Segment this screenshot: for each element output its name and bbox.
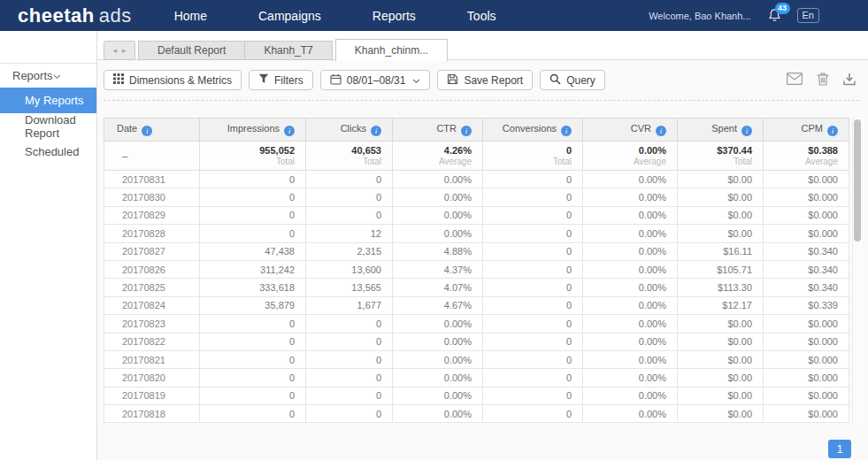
table-cell: 0.00% <box>583 225 678 242</box>
table-cell: 0.00% <box>393 225 483 242</box>
info-icon[interactable]: i <box>371 126 381 136</box>
table-cell: 0.00% <box>583 242 678 260</box>
brand-logo[interactable]: cheetahads <box>18 4 132 27</box>
table-cell: $0.00 <box>678 405 764 423</box>
column-header-cpm[interactable]: CPMi <box>764 119 849 142</box>
menu-item-reports[interactable]: Reports <box>373 9 416 23</box>
table-cell: 0 <box>483 225 583 242</box>
date-cell: 20170824 <box>104 296 200 314</box>
brand-light: ads <box>99 4 132 27</box>
table-cell: 0 <box>306 315 393 333</box>
info-icon[interactable]: i <box>741 126 752 136</box>
query-button[interactable]: Query <box>540 70 605 90</box>
table-totals-row: –955,052Total40,653Total4.26%Average0Tot… <box>104 142 849 171</box>
column-label: Impressions <box>227 123 280 134</box>
notifications-bell[interactable]: 43 <box>767 8 783 24</box>
date-cell: 20170823 <box>104 315 200 333</box>
column-label: Spent <box>711 123 737 134</box>
menu-item-campaigns[interactable]: Campaigns <box>258 9 321 23</box>
save-report-button[interactable]: Save Report <box>437 70 533 90</box>
column-header-ctr[interactable]: CTRi <box>393 119 483 142</box>
table-cell: 0 <box>200 387 306 404</box>
info-icon[interactable]: i <box>461 126 472 136</box>
table-cell: 12 <box>306 225 393 242</box>
download-icon[interactable] <box>843 73 856 86</box>
table-cell: 0 <box>483 188 583 206</box>
table-cell: $0.00 <box>678 188 764 206</box>
info-icon[interactable]: i <box>561 126 572 136</box>
table-cell: $0.00 <box>678 171 764 188</box>
table-cell: 0.00% <box>583 405 678 423</box>
table-cell: 0 <box>200 206 306 224</box>
table-cell: $12.17 <box>678 296 764 314</box>
tab-scroll-arrows[interactable]: ◂ ▸ <box>104 41 135 60</box>
table-cell: 0.00% <box>393 350 483 368</box>
filter-funnel-icon <box>258 73 269 87</box>
column-header-spent[interactable]: Spenti <box>678 119 764 142</box>
table-cell: $0.00 <box>678 225 764 242</box>
sidebar-item-my-reports[interactable]: My Reports <box>0 88 96 113</box>
column-label: Clicks <box>341 123 366 134</box>
table-cell: $0.00 <box>678 387 764 404</box>
sidebar-item-scheduled[interactable]: Scheduled <box>0 139 96 164</box>
info-icon[interactable]: i <box>284 126 295 136</box>
table-scrollbar-thumb[interactable] <box>854 119 861 242</box>
table-cell: 0.00% <box>393 188 483 206</box>
table-cell: $0.000 <box>764 171 849 188</box>
column-header-date[interactable]: Datei <box>104 119 200 142</box>
totals-value: $370.44 <box>678 145 752 157</box>
date-range-button[interactable]: 08/01–08/31 <box>320 70 431 90</box>
tab-khanh-chinm-active[interactable]: Khanh_chinm... <box>335 39 448 61</box>
table-row: 20170825333,61813,5654.07%00.00%$113.30$… <box>104 279 849 296</box>
date-cell: 20170825 <box>104 279 200 296</box>
date-cell: 20170828 <box>104 225 200 242</box>
date-cell: 20170819 <box>104 387 200 404</box>
tab-khanh-t7[interactable]: Khanh_T7 <box>245 41 332 60</box>
table-cell: 0.00% <box>393 405 483 423</box>
table-cell: $0.000 <box>764 350 849 368</box>
table-row: 201708280120.00%00.00%$0.00$0.000 <box>104 225 849 242</box>
save-report-label: Save Report <box>464 74 523 87</box>
sidebar-item-download-report[interactable]: Download Report <box>0 114 96 139</box>
date-cell: 20170821 <box>104 350 200 368</box>
totals-label: Total <box>483 157 572 167</box>
table-row: 20170821000.00%00.00%$0.00$0.000 <box>104 350 849 368</box>
tab-next-icon[interactable]: ▸ <box>122 46 127 55</box>
column-header-clicks[interactable]: Clicksi <box>306 119 393 142</box>
email-icon[interactable] <box>787 73 803 86</box>
totals-label: Average <box>583 157 666 167</box>
table-cell: $0.00 <box>678 333 764 350</box>
table-row: 20170822000.00%00.00%$0.00$0.000 <box>104 333 849 350</box>
table-cell: 0 <box>200 171 306 188</box>
column-header-impressions[interactable]: Impressionsi <box>200 119 306 142</box>
filters-button[interactable]: Filters <box>249 70 313 90</box>
table-cell: 0 <box>306 206 393 224</box>
menu-item-home[interactable]: Home <box>174 9 207 23</box>
tab-prev-icon[interactable]: ◂ <box>112 46 117 55</box>
table-cell: 0.00% <box>583 387 678 404</box>
column-header-cvr[interactable]: CVRi <box>583 119 678 142</box>
menu-item-tools[interactable]: Tools <box>467 9 496 23</box>
table-row: 20170820000.00%00.00%$0.00$0.000 <box>104 369 849 387</box>
dimensions-metrics-button[interactable]: Dimensions & Metrics <box>104 70 242 90</box>
table-cell: $0.340 <box>764 260 849 278</box>
query-label: Query <box>566 74 595 87</box>
language-selector[interactable]: En <box>797 8 819 23</box>
table-cell: 0.00% <box>583 333 678 350</box>
table-cell: 0 <box>483 242 583 260</box>
pagination-page-1[interactable]: 1 <box>828 440 851 458</box>
info-icon[interactable]: i <box>142 126 152 136</box>
sidebar-section-reports[interactable]: Reports <box>0 64 96 88</box>
table-cell: $105.71 <box>678 260 764 278</box>
info-icon[interactable]: i <box>656 126 666 136</box>
tab-default-report[interactable]: Default Report <box>138 41 245 60</box>
report-toolbar: Dimensions & Metrics Filters 08/01–08/31 <box>104 70 605 90</box>
table-cell: 0 <box>306 188 393 206</box>
welcome-text[interactable]: Welcome, Bao Khanh... <box>649 11 750 21</box>
totals-label: Average <box>764 157 838 167</box>
trash-icon[interactable] <box>817 73 829 86</box>
table-cell: 0 <box>200 333 306 350</box>
table-cell: $0.339 <box>764 296 849 314</box>
info-icon[interactable]: i <box>827 126 838 136</box>
column-header-conversions[interactable]: Conversionsi <box>483 119 583 142</box>
